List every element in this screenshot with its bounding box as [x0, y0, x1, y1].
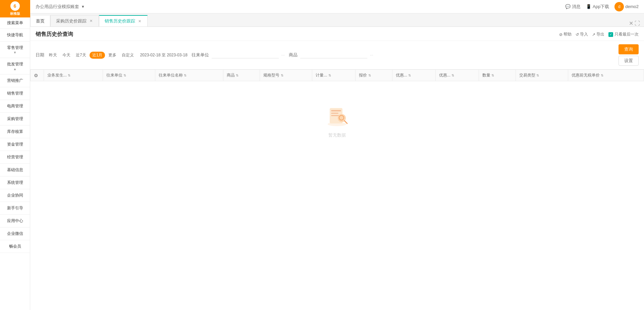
marketing-label: 营销推广	[7, 78, 23, 84]
app-download-button[interactable]: 📱 App下载	[586, 4, 609, 10]
col-spec[interactable]: 规格型号 ⇅	[260, 70, 312, 81]
date-custom[interactable]: 自定义	[120, 52, 136, 59]
col-quantity[interactable]: 数量 ⇅	[479, 70, 516, 81]
col-partner-name[interactable]: 往来单位名称 ⇅	[155, 70, 223, 81]
sidebar-item-guide[interactable]: 新手引导	[0, 202, 30, 215]
message-label: 消息	[572, 4, 581, 10]
sidebar-item-retail[interactable]: 零售管理 ▼	[0, 42, 30, 58]
message-button[interactable]: 💬 消息	[565, 4, 581, 10]
col-product[interactable]: 商品 ⇅	[223, 70, 260, 81]
user-profile[interactable]: d demo2	[614, 2, 639, 11]
tab-purchase-history[interactable]: 采购历史价跟踪 ✕	[50, 15, 99, 27]
message-icon: 💬	[565, 4, 571, 9]
logo-text: 6	[14, 3, 16, 9]
col-quantity-sort-icon: ⇅	[491, 73, 494, 77]
tab-home[interactable]: 首页	[30, 15, 50, 27]
only-last-label: 只看最后一次	[614, 32, 639, 37]
inventory-label: 库存核算	[7, 129, 23, 135]
partner-input[interactable]	[212, 52, 279, 58]
sidebar-item-system[interactable]: 系统管理	[0, 176, 30, 189]
tab-bar: 首页 采购历史价跟踪 ✕ 销售历史价跟踪 ✕ ✕ ⛶	[30, 13, 644, 27]
svg-rect-2	[331, 110, 341, 111]
topbar-right: 💬 消息 📱 App下载 d demo2	[565, 2, 639, 11]
operations-label: 经营管理	[7, 154, 23, 160]
sidebar-item-member[interactable]: 畅会员	[0, 240, 30, 253]
tab-sales-close-icon[interactable]: ✕	[137, 19, 142, 23]
avatar: d	[614, 2, 624, 11]
date-yesterday[interactable]: 昨天	[47, 52, 59, 59]
col-discount2-sort-icon: ⇅	[451, 73, 454, 77]
sidebar-item-app-center[interactable]: 应用中心	[0, 215, 30, 227]
product-dots[interactable]: ···	[370, 53, 373, 57]
sidebar-item-quick-nav[interactable]: 快捷导航	[0, 29, 30, 42]
gear-icon[interactable]: ⚙	[34, 73, 38, 78]
page-content: 销售历史价查询 ⊘ 帮助 ↺ 导入 ↗ 导出 ✓ 只看最后一次	[30, 27, 644, 310]
sidebar-item-basic-info[interactable]: 基础信息	[0, 164, 30, 176]
import-label: 导入	[580, 32, 588, 37]
tab-sales-history[interactable]: 销售历史价跟踪 ✕	[99, 15, 148, 27]
username: demo2	[625, 4, 639, 9]
col-spec-label: 规格型号	[263, 73, 279, 78]
wholesale-label: 批发管理	[7, 61, 23, 67]
col-biz-date[interactable]: 业务发生... ⇅	[44, 70, 103, 81]
sidebar-item-enterprise[interactable]: 企业协同	[0, 189, 30, 202]
sidebar-item-sales[interactable]: 销售管理	[0, 87, 30, 100]
sidebar-item-marketing[interactable]: 营销推广	[0, 74, 30, 87]
retail-label: 零售管理	[7, 45, 23, 51]
date-last7[interactable]: 近7天	[74, 52, 88, 59]
help-button[interactable]: ⊘ 帮助	[559, 32, 572, 37]
date-range-display: 2023-02-18 至 2023-03-18	[140, 52, 187, 58]
sidebar-item-purchase[interactable]: 采购管理	[0, 113, 30, 125]
only-last-toggle[interactable]: ✓ 只看最后一次	[608, 32, 639, 37]
topbar-left: 办公用品行业模拟账套 ▾	[36, 4, 84, 10]
maximize-window-icon[interactable]: ⛶	[635, 20, 640, 27]
product-label: 商品	[289, 52, 298, 58]
date-more[interactable]: 更多	[106, 52, 118, 59]
col-unit-label: 计量...	[316, 73, 327, 78]
col-discount2[interactable]: 优惠... ⇅	[435, 70, 479, 81]
date-last1month[interactable]: 近1月	[90, 52, 105, 59]
col-price[interactable]: 报价 ⇅	[356, 70, 392, 81]
tab-purchase-close-icon[interactable]: ✕	[89, 19, 93, 23]
sidebar-item-operations[interactable]: 经营管理	[0, 151, 30, 164]
query-button[interactable]: 查询	[619, 44, 639, 54]
col-partner-code[interactable]: 往来单位 ⇅	[103, 70, 155, 81]
col-spec-sort-icon: ⇅	[281, 73, 283, 77]
sidebar-item-wholesale[interactable]: 批发管理 ▲	[0, 58, 30, 74]
col-pre-tax-price[interactable]: 优惠前无税单价 ⇅	[568, 70, 644, 81]
col-unit[interactable]: 计量... ⇅	[312, 70, 356, 81]
import-button[interactable]: ↺ 导入	[576, 32, 588, 37]
sidebar-item-finance[interactable]: 资金管理	[0, 138, 30, 151]
export-button[interactable]: ↗ 导出	[592, 32, 604, 37]
filter-action-buttons: 查询 设置	[619, 44, 639, 66]
table-header: ⚙ 业务发生... ⇅ 往来单位 ⇅ 往来单位名称 ⇅	[31, 70, 644, 81]
settings-button[interactable]: 设置	[619, 56, 639, 66]
app-center-label: 应用中心	[7, 218, 23, 224]
col-trade-type-label: 交易类型	[519, 73, 535, 78]
dropdown-icon[interactable]: ▾	[82, 4, 84, 9]
sidebar-item-inventory[interactable]: 库存核算	[0, 125, 30, 138]
product-input[interactable]	[300, 52, 367, 58]
tab-purchase-label: 采购历史价跟踪	[56, 18, 87, 24]
help-icon: ⊘	[559, 32, 562, 37]
col-discount2-label: 优惠...	[439, 73, 450, 78]
col-quantity-label: 数量	[482, 73, 490, 78]
product-filter-group: 商品 ···	[289, 52, 373, 58]
sidebar-logo[interactable]: 6 标推版	[0, 0, 30, 17]
tab-home-label: 首页	[36, 18, 45, 24]
date-today[interactable]: 今天	[60, 52, 72, 59]
col-biz-date-label: 业务发生...	[47, 73, 67, 78]
import-icon: ↺	[576, 32, 579, 37]
col-discount1[interactable]: 优惠... ⇅	[392, 70, 435, 81]
col-settings[interactable]: ⚙	[31, 70, 44, 81]
close-window-icon[interactable]: ✕	[629, 20, 633, 27]
col-biz-date-sort-icon: ⇅	[68, 73, 70, 77]
quick-nav-label: 快捷导航	[7, 32, 23, 38]
retail-arrow: ▼	[13, 51, 17, 54]
sidebar-item-wechat[interactable]: 企业微信	[0, 227, 30, 240]
basic-info-label: 基础信息	[7, 167, 23, 173]
sidebar-item-ecommerce[interactable]: 电商管理	[0, 100, 30, 113]
partner-dots[interactable]: ···	[281, 53, 285, 57]
sidebar-item-search[interactable]: 搜索菜单	[0, 17, 30, 29]
col-trade-type[interactable]: 交易类型 ⇅	[516, 70, 568, 81]
